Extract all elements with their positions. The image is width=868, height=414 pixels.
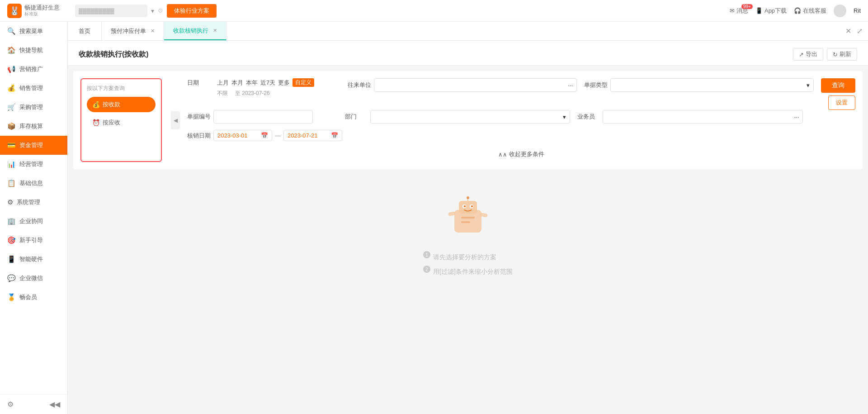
doctype-dropdown-icon: ▾	[807, 82, 810, 89]
sidebar-collapse-btn[interactable]: ◀◀	[49, 400, 60, 409]
sidebar-label-guide: 新手引导	[19, 236, 43, 244]
left-collapse-btn[interactable]: ◀	[171, 111, 180, 129]
verify-date-end-input[interactable]	[288, 132, 328, 139]
counterparty-label: 往来单位	[348, 81, 371, 89]
sidebar-item-marketing[interactable]: 📢 营销推广	[0, 60, 67, 79]
tab-home[interactable]: 首页	[68, 22, 102, 40]
content-area: 收款核销执行(按收款) ↗ 导出 ↻ 刷新 按以下方案查询	[68, 41, 868, 414]
step-1-num: 1	[423, 251, 430, 258]
tab-collection[interactable]: 收款核销执行 ✕	[164, 22, 226, 40]
system-icon: ⚙	[7, 198, 13, 206]
user-name: Rit	[854, 7, 861, 14]
tab-prepay-close[interactable]: ✕	[151, 28, 155, 34]
sidebar-item-system[interactable]: ⚙ 系统管理	[0, 193, 67, 212]
messages-badge: 99+	[741, 4, 753, 9]
date-shortcut-7days[interactable]: 近7天	[260, 79, 275, 87]
empty-state: 1 请先选择要分析的方案 2 用[过滤]条件来缩小分析范围	[68, 169, 868, 305]
empty-step-2: 2 用[过滤]条件来缩小分析范围	[423, 265, 513, 278]
phone-icon: 📱	[755, 7, 763, 14]
page-actions: ↗ 导出 ↻ 刷新	[793, 48, 857, 61]
date-shortcuts: 上月 本月 本年 近7天 更多 自定义	[217, 78, 314, 87]
refresh-btn[interactable]: ↻ 刷新	[827, 48, 857, 61]
dept-select[interactable]: ▾	[370, 110, 571, 124]
empty-illustration	[441, 196, 495, 242]
sidebar-item-sales[interactable]: 💰 销售管理	[0, 79, 67, 98]
tab-close-all-btn[interactable]: ✕	[844, 25, 853, 37]
sidebar-label-sales: 销售管理	[19, 84, 43, 92]
sidebar-item-operations[interactable]: 📊 经营管理	[0, 155, 67, 174]
layout: 🔍 搜索菜单 🏠 快捷导航 📢 营销推广 💰 销售管理 🛒 采购管理 📦 库存核…	[0, 22, 868, 414]
export-btn[interactable]: ↗ 导出	[793, 48, 823, 61]
staff-select[interactable]: ···	[603, 110, 803, 124]
receipt-icon: 💰	[92, 101, 100, 108]
refresh-icon: ↻	[833, 51, 838, 58]
verify-date-label: 核销日期	[187, 132, 211, 140]
sidebar-label-basic: 基础信息	[19, 179, 43, 187]
staff-label: 业务员	[577, 113, 600, 121]
date-shortcut-this-year[interactable]: 本年	[246, 79, 258, 87]
sidebar-item-wechat[interactable]: 💬 企业微信	[0, 269, 67, 288]
solution-btn[interactable]: 体验行业方案	[167, 4, 217, 18]
sales-icon: 💰	[7, 84, 16, 92]
step-2-num: 2	[423, 266, 430, 273]
docno-input[interactable]	[213, 110, 313, 124]
filter-option-receipt-label: 按收款	[103, 100, 120, 109]
sidebar-item-member[interactable]: 🏅 畅会员	[0, 288, 67, 307]
svg-rect-1	[459, 201, 477, 214]
filter-panel: 按以下方案查询 💰 按收款 ⏰ 按应收 ◀	[73, 71, 863, 169]
search-dropdown-icon[interactable]: ▾	[151, 7, 154, 14]
sidebar-item-funds[interactable]: 💳 资金管理	[0, 136, 67, 155]
collapse-more-label: 收起更多条件	[509, 150, 544, 158]
date-custom-tag[interactable]: 自定义	[292, 78, 314, 87]
tab-collection-close[interactable]: ✕	[213, 28, 217, 33]
sidebar-item-inventory[interactable]: 📦 库存核算	[0, 117, 67, 136]
date-shortcut-this-month[interactable]: 本月	[231, 79, 243, 87]
tab-prepay[interactable]: 预付冲应付单 ✕	[102, 22, 164, 40]
tab-expand-btn[interactable]: ⤢	[855, 25, 864, 37]
online-service-btn[interactable]: 🎧 在线客服	[794, 7, 826, 15]
main-area: 首页 预付冲应付单 ✕ 收款核销执行 ✕ ✕ ⤢ 收款核销执行(按收款)	[68, 22, 868, 414]
svg-point-7	[467, 196, 469, 199]
verify-date-start-input[interactable]	[217, 132, 258, 139]
page-header: 收款核销执行(按收款) ↗ 导出 ↻ 刷新	[68, 41, 868, 66]
sidebar-label-operations: 经营管理	[19, 160, 43, 168]
sidebar-item-guide[interactable]: 🎯 新手引导	[0, 231, 67, 250]
tab-bar: 首页 预付冲应付单 ✕ 收款核销执行 ✕ ✕ ⤢	[68, 22, 868, 41]
doctype-select[interactable]: ▾	[610, 78, 814, 92]
verify-date-end-wrap: 📅	[283, 130, 342, 141]
date-shortcut-last-month[interactable]: 上月	[217, 79, 229, 87]
messages-btn[interactable]: ✉ 消息 99+	[730, 7, 748, 15]
sidebar-item-basic[interactable]: 📋 基础信息	[0, 174, 67, 193]
sidebar-item-purchase[interactable]: 🛒 采购管理	[0, 98, 67, 117]
filter-option-receivable[interactable]: ⏰ 按应收	[87, 115, 156, 130]
sidebar-item-enterprise[interactable]: 🏢 企业协同	[0, 212, 67, 231]
filter-dept-area: 部门 ▾	[345, 110, 571, 124]
date-shortcut-more[interactable]: 更多	[278, 79, 290, 87]
app-download-btn[interactable]: 📱 App下载	[755, 7, 787, 15]
collapse-more-btn[interactable]: ∧∧ 收起更多条件	[498, 150, 544, 158]
logo-icon: 🐰	[7, 4, 22, 18]
tab-collection-label: 收款核销执行	[173, 27, 208, 35]
sidebar-label-shortcut: 快捷导航	[19, 46, 43, 54]
funds-icon: 💳	[7, 141, 16, 149]
filter-doctype-area: 单据类型 ▾	[584, 78, 814, 92]
sidebar-label-search: 搜索菜单	[19, 27, 43, 35]
sidebar-item-search[interactable]: 🔍 搜索菜单	[0, 22, 67, 41]
query-btn[interactable]: 查询	[821, 78, 855, 93]
sidebar-label-system: 系统管理	[17, 198, 40, 206]
dept-label: 部门	[345, 113, 368, 121]
logo-area: 🐰 畅捷通好生意 标准版	[7, 4, 75, 18]
filter-left-title: 按以下方案查询	[87, 85, 156, 92]
avatar[interactable]	[834, 5, 846, 17]
sidebar-label-hardware: 智能硬件	[19, 255, 43, 263]
calendar-start-icon[interactable]: 📅	[261, 132, 268, 139]
sidebar-item-shortcut[interactable]: 🏠 快捷导航	[0, 41, 67, 60]
sidebar-item-hardware[interactable]: 📱 智能硬件	[0, 250, 67, 269]
sidebar-label-marketing: 营销推广	[19, 65, 43, 73]
date-no-limit: 不限	[217, 90, 228, 97]
filter-option-receipt[interactable]: 💰 按收款	[87, 97, 156, 112]
settings-gear-icon[interactable]: ⚙	[7, 400, 14, 409]
settings-btn[interactable]: 设置	[828, 95, 855, 110]
calendar-end-icon[interactable]: 📅	[331, 132, 338, 139]
counterparty-select[interactable]: ···	[374, 78, 577, 92]
